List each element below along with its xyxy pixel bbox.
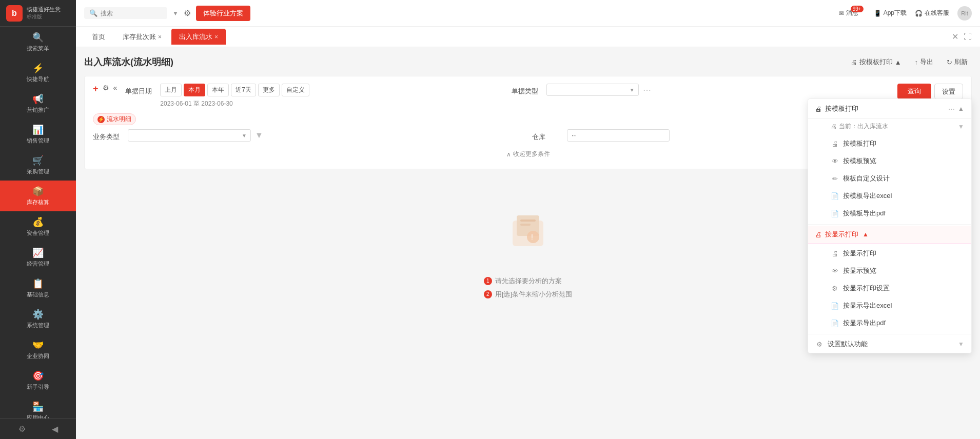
dropdown-item-template-export-excel[interactable]: 📄 按模板导出excel — [808, 187, 971, 205]
dropdown-collapse-arrow[interactable]: ▲ — [958, 105, 964, 112]
dropdown-divider-2 — [808, 334, 971, 334]
dropdown-header: 🖨 按模板打印 ⋯ ▲ — [808, 99, 971, 119]
flow-detail-tag[interactable]: ⚡ 流水明细 — [93, 113, 136, 125]
dropdown-item-template-custom[interactable]: ✏ 模板自定义设计 — [808, 170, 971, 187]
refresh-icon: ↻ — [947, 58, 952, 66]
dropdown-item-default-function[interactable]: ⚙ 设置默认功能 ▼ — [808, 335, 971, 353]
export-icon: ↑ — [915, 58, 918, 66]
default-function-arrow: ▼ — [958, 341, 964, 348]
tab-home[interactable]: 首页 — [84, 29, 113, 45]
sidebar-item-operation[interactable]: 📈 经营管理 — [0, 242, 76, 273]
sidebar-item-inventory[interactable]: 📦 库存核算 — [0, 181, 76, 211]
tag-icon: ⚡ — [97, 116, 105, 123]
dropdown-item-display-print-settings[interactable]: ⚙ 按显示打印设置 — [808, 280, 971, 297]
print-template-btn[interactable]: 🖨 按模板打印 ▲ — [847, 55, 906, 69]
sidebar-item-quick-nav[interactable]: ⚡ 快捷导航 — [0, 57, 76, 88]
search-settings-btn[interactable]: ⚙ — [103, 84, 109, 92]
user-avatar[interactable]: Rit — [957, 6, 972, 21]
basic-icon: 📋 — [32, 278, 44, 289]
appstore-icon: 🏪 — [32, 401, 44, 412]
date-btn-7days[interactable]: 近7天 — [231, 84, 256, 96]
export-label: 导出 — [920, 57, 933, 67]
date-btn-last-month[interactable]: 上月 — [160, 84, 182, 96]
collapse-sidebar-btn[interactable]: ◀ — [52, 424, 58, 434]
doc-type-more-btn[interactable]: ⋯ — [643, 85, 651, 95]
date-btn-this-month[interactable]: 本月 — [184, 84, 205, 96]
dropdown-item-display-export-pdf[interactable]: 📄 按显示导出pdf — [808, 314, 971, 332]
warehouse-dots: ··· — [572, 132, 577, 139]
topbar-search-input[interactable] — [101, 10, 162, 17]
query-button[interactable]: 查询 — [897, 84, 931, 99]
tab-batch-close[interactable]: × — [158, 33, 162, 41]
biz-type-field: 业务类型 ▼ — [93, 129, 524, 142]
print-dropdown-panel: 🖨 按模板打印 ⋯ ▲ 🖨 当前：出入库流水 ▼ 🖨 — [808, 98, 972, 353]
sidebar-item-appstore[interactable]: 🏪 应用中心 — [0, 396, 76, 418]
dropdown-item-display-preview[interactable]: 👁 按显示预览 — [808, 262, 971, 280]
date-btn-more[interactable]: 更多 — [258, 84, 280, 96]
sidebar-item-finance[interactable]: 💰 资金管理 — [0, 211, 76, 242]
current-arrow[interactable]: ▼ — [958, 123, 964, 130]
sidebar-item-marketing[interactable]: 📢 营销推广 — [0, 88, 76, 119]
topbar-right-items: ✉ 消息 99+ 📱 App下载 🎧 在线客服 Rit — [839, 6, 972, 21]
dropdown-more-icon[interactable]: ⋯ — [948, 105, 955, 113]
dropdown-item-display-export-excel[interactable]: 📄 按显示导出excel — [808, 297, 971, 314]
sidebar-item-search[interactable]: 🔍 搜索菜单 — [0, 27, 76, 57]
print-template-arrow: ▲ — [895, 58, 901, 66]
settings-button[interactable]: 设置 — [934, 84, 963, 99]
doc-type-select[interactable] — [546, 84, 639, 96]
search-collapse-icon-btn[interactable]: « — [113, 84, 117, 92]
template-preview-label: 按模板预览 — [843, 156, 876, 166]
sidebar-item-system[interactable]: ⚙️ 系统管理 — [0, 304, 76, 334]
dropdown-item-template-preview[interactable]: 👁 按模板预览 — [808, 152, 971, 170]
display-section-toggle[interactable]: ▲ — [863, 231, 869, 238]
tab-flow[interactable]: 出入库流水 × — [171, 29, 226, 45]
display-print-settings-icon: ⚙ — [831, 284, 839, 292]
date-btn-this-year[interactable]: 本年 — [207, 84, 229, 96]
sidebar-item-enterprise[interactable]: 🤝 企业协同 — [0, 334, 76, 365]
user-name: Rit — [961, 10, 968, 16]
trial-button[interactable]: 体验行业方案 — [196, 6, 250, 21]
default-function-label: 设置默认功能 — [828, 340, 868, 349]
sidebar-item-purchase[interactable]: 🛒 采购管理 — [0, 150, 76, 181]
sidebar-item-guide[interactable]: 🎯 新手引导 — [0, 365, 76, 396]
refresh-btn[interactable]: ↻ 刷新 — [943, 55, 972, 69]
print-template-label: 按模板打印 — [859, 57, 893, 67]
date-btn-custom[interactable]: 自定义 — [282, 84, 309, 96]
tab-flow-close[interactable]: × — [214, 33, 218, 41]
template-pdf-icon: 📄 — [831, 209, 839, 217]
biz-type-dropdown-arrow[interactable]: ▼ — [255, 131, 263, 140]
tab-batch[interactable]: 库存批次账 × — [115, 29, 169, 45]
sidebar-item-sales[interactable]: 📊 销售管理 — [0, 119, 76, 150]
topbar-gear-icon[interactable]: ⚙ — [184, 8, 191, 18]
empty-illustration: ! — [502, 205, 554, 266]
settings-bottom-btn[interactable]: ⚙ — [18, 424, 26, 434]
online-service-btn[interactable]: 🎧 在线客服 — [915, 9, 949, 17]
biz-type-select-wrap — [128, 129, 251, 142]
warehouse-input[interactable]: ··· — [567, 129, 670, 142]
message-btn[interactable]: ✉ 消息 99+ — [839, 9, 858, 17]
topbar-search-arrow[interactable]: ▼ — [172, 10, 179, 17]
dropdown-item-display-print[interactable]: 🖨 按显示打印 — [808, 245, 971, 262]
app-download-btn[interactable]: 📱 App下载 — [874, 9, 907, 17]
export-btn[interactable]: ↑ 导出 — [911, 55, 938, 69]
display-section-header[interactable]: 🖨 按显示打印 ▲ — [808, 226, 971, 244]
tab-expand-btn[interactable]: ⛶ — [964, 32, 972, 42]
biz-type-label: 业务类型 — [93, 129, 124, 142]
dropdown-header-right: ⋯ ▲ — [948, 105, 964, 113]
dropdown-item-template-print[interactable]: 🖨 按模板打印 — [808, 135, 971, 152]
sidebar: b 畅捷通好生意 标准版 🔍 搜索菜单 ⚡ 快捷导航 📢 营销推广 📊 销售管理… — [0, 0, 76, 439]
add-condition-btn[interactable]: + — [93, 84, 99, 94]
sidebar-item-basic[interactable]: 📋 基础信息 — [0, 273, 76, 304]
message-icon: ✉ — [839, 10, 844, 17]
date-range-text: 2023-06-01 至 2023-06-30 — [160, 99, 309, 108]
biz-type-select[interactable] — [128, 129, 251, 142]
search-topbar-icon: 🔍 — [89, 9, 97, 17]
dropdown-item-template-export-pdf[interactable]: 📄 按模板导出pdf — [808, 205, 971, 222]
dropdown-print-icon: 🖨 — [815, 105, 822, 113]
tab-close-all-btn[interactable]: ✕ — [952, 32, 958, 42]
display-section-title-label: 按显示打印 — [825, 230, 858, 239]
topbar-search-box[interactable]: 🔍 — [84, 7, 167, 19]
topbar: 🔍 ▼ ⚙ 体验行业方案 ✉ 消息 99+ 📱 App下载 🎧 在线客服 Rit — [76, 0, 980, 27]
display-pdf-icon: 📄 — [831, 319, 839, 327]
collapse-up-icon: ∧ — [506, 151, 511, 158]
